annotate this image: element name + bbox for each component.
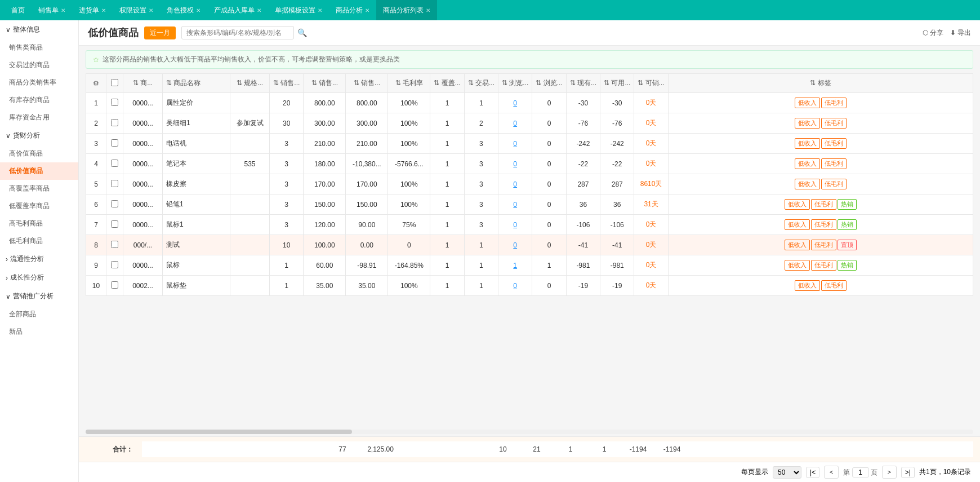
view-link[interactable]: 0 [513,282,517,290]
view-link[interactable]: 0 [513,221,517,229]
th-setting[interactable]: ⚙ [86,74,106,93]
row-view1[interactable]: 0 [498,174,532,194]
sidebar-item-high-margin[interactable]: 高毛利商品 [0,215,78,232]
row-checkbox[interactable] [111,180,118,187]
row-name: 鼠标垫 [163,276,230,296]
nav-goods-close[interactable]: ✕ [365,7,369,14]
row-checkbox[interactable] [111,200,118,207]
row-spec [230,255,270,276]
row-sale2: 800.00 [304,93,346,113]
row-view1[interactable]: 0 [498,194,532,215]
page-number-input[interactable] [852,467,869,477]
scroll-thumb[interactable] [86,430,352,434]
row-check[interactable] [106,93,123,113]
nav-sales[interactable]: 销售单 ✕ [32,0,72,20]
sidebar-item-low-margin[interactable]: 低毛利商品 [0,232,78,250]
row-view1[interactable]: 0 [498,215,532,235]
row-checkbox[interactable] [111,99,118,106]
search-input[interactable] [181,26,294,39]
select-all-checkbox[interactable] [111,79,118,86]
row-check[interactable] [106,134,123,154]
view-link[interactable]: 0 [513,120,517,127]
sidebar-item-category-rate[interactable]: 商品分类销售率 [0,74,78,91]
nav-role[interactable]: 角色授权 ✕ [160,0,207,20]
tag-badge: 低毛利 [811,260,836,271]
view-link[interactable]: 0 [513,180,517,188]
row-checkbox[interactable] [111,119,118,126]
row-view1[interactable]: 0 [498,154,532,174]
row-sale2: 170.00 [304,174,346,194]
nav-purchase[interactable]: 进货单 ✕ [72,0,113,20]
view-link[interactable]: 0 [513,99,517,107]
row-check[interactable] [106,235,123,255]
nav-template-close[interactable]: ✕ [318,7,322,14]
next-page-btn[interactable]: ＞ [882,466,897,479]
sidebar-item-high-coverage[interactable]: 高覆盖率商品 [0,180,78,197]
row-checkbox[interactable] [111,281,118,289]
sidebar-item-traded[interactable]: 交易过的商品 [0,56,78,74]
row-view1[interactable]: 0 [498,134,532,154]
page-size-select[interactable]: 50 20 100 [773,466,801,479]
nav-goods-analysis[interactable]: 商品分析 ✕ [329,0,376,20]
nav-goods-list[interactable]: 商品分析列表 ✕ [376,0,437,20]
row-view1[interactable]: 0 [498,113,532,134]
row-check[interactable] [106,215,123,235]
first-page-btn[interactable]: |< [806,467,819,478]
row-view1[interactable]: 0 [498,235,532,255]
sidebar-group-growth[interactable]: › 成长性分析 [0,268,78,287]
sidebar-item-low-value[interactable]: 低价值商品 [0,162,78,180]
row-check[interactable] [106,113,123,134]
nav-permission[interactable]: 权限设置 ✕ [113,0,160,20]
last-page-btn[interactable]: >| [901,467,915,478]
row-checkbox[interactable] [111,220,118,228]
row-checkbox[interactable] [111,241,118,248]
nav-template[interactable]: 单据模板设置 ✕ [268,0,329,20]
nav-sales-close[interactable]: ✕ [61,7,65,14]
view-link[interactable]: 1 [513,262,517,269]
row-check[interactable] [106,276,123,296]
nav-inbound-close[interactable]: ✕ [257,7,261,14]
row-checkbox[interactable] [111,139,118,147]
view-link[interactable]: 0 [513,160,517,168]
sidebar-item-new-goods[interactable]: 新品 [0,323,78,341]
row-check[interactable] [106,174,123,194]
nav-goods-list-close[interactable]: ✕ [426,7,430,14]
sidebar-item-low-coverage[interactable]: 低覆盖率商品 [0,197,78,215]
sidebar-item-high-value[interactable]: 高价值商品 [0,145,78,162]
sidebar-group-circulation[interactable]: › 流通性分析 [0,250,78,268]
sidebar-item-all-goods[interactable]: 全部商品 [0,306,78,323]
view-link[interactable]: 0 [513,140,517,148]
sidebar-group-financial[interactable]: ∨ 货财分析 [0,126,78,145]
row-sale1: 3 [270,134,304,154]
row-view1[interactable]: 0 [498,276,532,296]
sidebar-item-capital[interactable]: 库存资金占用 [0,109,78,126]
row-checkbox[interactable] [111,160,118,167]
view-link[interactable]: 0 [513,201,517,209]
nav-role-close[interactable]: ✕ [196,7,201,14]
nav-permission-close[interactable]: ✕ [149,7,153,14]
sidebar-item-sales-goods[interactable]: 销售类商品 [0,39,78,56]
sidebar-group-marketing[interactable]: ∨ 营销推广分析 [0,287,78,306]
row-check[interactable] [106,154,123,174]
row-view1[interactable]: 1 [498,255,532,276]
row-view1[interactable]: 0 [498,93,532,113]
total-current: -1194 [621,441,655,457]
row-checkbox[interactable] [111,261,118,268]
nav-home[interactable]: 首页 [5,0,32,20]
search-button[interactable]: 🔍 [297,28,307,37]
row-check[interactable] [106,194,123,215]
sidebar-group-overall[interactable]: ∨ 整体信息 [0,20,78,39]
share-button[interactable]: ⬡ 分享 [923,28,943,38]
th-check[interactable] [106,74,123,93]
nav-inbound[interactable]: 产成品入库单 ✕ [207,0,268,20]
row-view2: 0 [532,174,566,194]
sidebar-item-stocked[interactable]: 有库存的商品 [0,91,78,109]
filter-button[interactable]: 近一月 [144,26,176,39]
view-link[interactable]: 0 [513,241,517,249]
nav-purchase-close[interactable]: ✕ [101,7,106,14]
scroll-track[interactable] [86,430,973,434]
table-container[interactable]: ⚙ ⇅ 商... ⇅ 商品名称 ⇅ 规格... ⇅ 销售... ⇅ 销售... … [79,73,980,430]
export-button[interactable]: ⬇ 导出 [950,28,971,38]
prev-page-btn[interactable]: ＜ [824,466,839,479]
row-check[interactable] [106,255,123,276]
